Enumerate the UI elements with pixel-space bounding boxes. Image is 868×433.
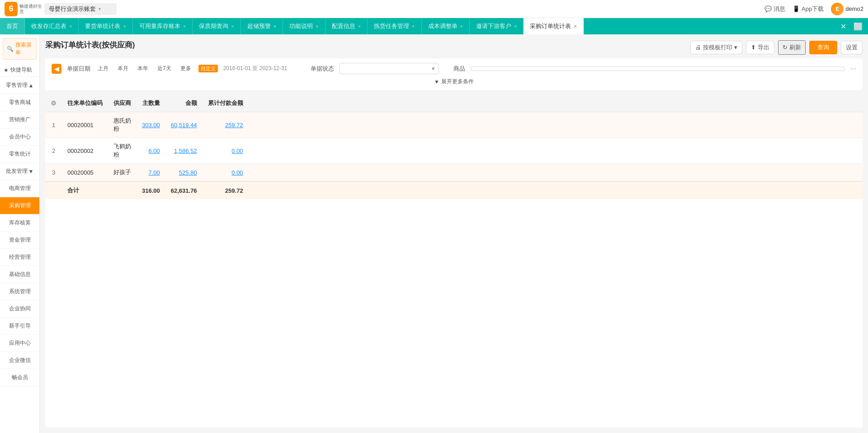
close-icon[interactable]: ×	[514, 24, 517, 29]
tab-caigou-active[interactable]: 采购订单统计表 ×	[524, 18, 583, 34]
sidebar-item-retail[interactable]: 零售管理 ▲	[0, 77, 39, 94]
row-supplier: 惠氏奶粉	[108, 112, 137, 138]
filter-toggle-btn[interactable]: ◀	[52, 64, 61, 74]
nav-tab-end: ✕ ⬜	[839, 20, 868, 33]
data-table: ⚙ 往来单位编码 供应商 主数量 金额	[45, 95, 863, 199]
row-quantity[interactable]: 303.00	[137, 112, 165, 138]
settings-btn[interactable]: 设置	[841, 41, 863, 54]
filter-dots[interactable]: ···	[850, 65, 856, 73]
row-amount[interactable]: 1,586.52	[165, 138, 203, 164]
row-paid[interactable]: 0.00	[203, 164, 249, 182]
date-shortcut-this-year[interactable]: 本年	[136, 64, 150, 73]
sidebar-item-guide[interactable]: 新手引导	[0, 318, 39, 335]
query-btn[interactable]: 查询	[809, 41, 837, 54]
action-btns: 🖨 按模板打印 ▾ ⬆ 导出 ↻ 刷新 查询 设置	[690, 40, 863, 55]
close-icon[interactable]: ×	[231, 24, 234, 29]
close-icon[interactable]: ×	[123, 24, 126, 29]
row-index: 1	[45, 112, 62, 138]
print-icon: 🖨	[695, 44, 701, 51]
close-icon[interactable]: ×	[183, 24, 186, 29]
tab-peizhi[interactable]: 配置信息 ×	[326, 18, 368, 34]
goods-input[interactable]	[471, 67, 845, 71]
tab-home[interactable]: 首页	[0, 18, 25, 34]
sidebar-item-system[interactable]: 系统管理	[0, 283, 39, 300]
app-download-btn[interactable]: 📱 App下载	[793, 5, 824, 13]
sidebar-item-purchase[interactable]: 采购管理	[0, 197, 39, 214]
close-icon[interactable]: ×	[358, 24, 361, 29]
tab-yaoqing[interactable]: 邀请下游客户 ×	[470, 18, 524, 34]
content-area: 采购订单统计表(按供应商) 🖨 按模板打印 ▾ ⬆ 导出 ↻ 刷新 查询	[40, 34, 868, 433]
sidebar-item-ecommerce[interactable]: 电商管理	[0, 180, 39, 197]
footer-extra	[249, 181, 863, 199]
export-btn[interactable]: ⬆ 导出	[746, 41, 774, 54]
close-all-btn[interactable]: ✕	[839, 20, 848, 33]
row-quantity[interactable]: 6.00	[137, 138, 165, 164]
sidebar-item-member[interactable]: 会员中心	[0, 128, 39, 146]
row-quantity[interactable]: 7.00	[137, 164, 165, 182]
tab-gongneng[interactable]: 功能说明 ×	[283, 18, 325, 34]
content-header: 采购订单统计表(按供应商) 🖨 按模板打印 ▾ ⬆ 导出 ↻ 刷新 查询	[45, 40, 863, 55]
tab-shoufacun[interactable]: 收发存汇总表 ×	[25, 18, 79, 34]
maximize-btn[interactable]: ⬜	[852, 20, 864, 33]
date-shortcut-more[interactable]: 更多	[179, 64, 193, 73]
table-footer-row: 合计 316.00 62,631.76 259.72	[45, 181, 863, 199]
print-dropdown-icon: ▾	[734, 44, 737, 51]
table-row: 2 00020002 飞鹤奶粉 6.00 1,586.52 0.00	[45, 138, 863, 164]
footer-label: 合计	[62, 181, 137, 199]
workspace-name: 母婴行业演示账套	[49, 5, 96, 13]
close-icon[interactable]: ×	[412, 24, 415, 29]
user-area[interactable]: E demo2	[831, 3, 863, 15]
sidebar-item-finance[interactable]: 资金管理	[0, 232, 39, 249]
col-paid: 累计付款金额	[203, 95, 249, 112]
sidebar-item-operation[interactable]: 经营管理	[0, 249, 39, 266]
sidebar-item-inventory[interactable]: 库存核算	[0, 214, 39, 232]
workspace-selector[interactable]: 母婴行业演示账套 ▾	[44, 3, 117, 15]
sidebar-wechat-label: 企业微信	[9, 357, 31, 363]
close-icon[interactable]: ×	[274, 24, 276, 29]
tab-baozhi[interactable]: 保质期查询 ×	[193, 18, 241, 34]
expand-more-btn[interactable]: ▼ 展开更多条件	[434, 78, 474, 86]
date-shortcut-last-month[interactable]: 上月	[96, 64, 110, 73]
tab-chengben[interactable]: 成本调整单 ×	[422, 18, 470, 34]
tab-chaochu[interactable]: 超储预警 ×	[241, 18, 283, 34]
print-btn[interactable]: 🖨 按模板打印 ▾	[690, 41, 742, 54]
close-icon[interactable]: ×	[574, 24, 576, 29]
tab-keyongliang[interactable]: 可用量库存账本 ×	[133, 18, 193, 34]
close-icon[interactable]: ×	[316, 24, 318, 29]
search-icon: 🔍	[7, 46, 14, 52]
row-paid[interactable]: 259.72	[203, 112, 249, 138]
sidebar-item-apps[interactable]: 应用中心	[0, 335, 39, 352]
expand-icon: ▼	[434, 79, 439, 85]
sidebar-item-collab[interactable]: 企业协同	[0, 300, 39, 318]
search-menu-btn[interactable]: 🔍 搜索菜单	[3, 38, 37, 60]
sidebar-marketing-label: 营销推广	[9, 116, 31, 123]
sidebar-guide-label: 新手引导	[9, 323, 31, 329]
sidebar-item-member2[interactable]: 畅会员	[0, 369, 39, 386]
col-extra	[249, 95, 863, 112]
sidebar-item-retail-stats[interactable]: 零售统计	[0, 146, 39, 163]
sidebar-item-wholesale[interactable]: 批发管理 ▼	[0, 163, 39, 180]
row-amount[interactable]: 60,519.44	[165, 112, 203, 138]
status-select[interactable]: ▾	[340, 63, 439, 74]
column-settings-icon: ⚙	[51, 100, 57, 107]
date-shortcut-7days[interactable]: 近7天	[156, 64, 173, 73]
close-icon[interactable]: ×	[69, 24, 72, 29]
col-gear[interactable]: ⚙	[45, 95, 62, 112]
row-amount[interactable]: 525.80	[165, 164, 203, 182]
date-shortcut-this-month[interactable]: 本月	[116, 64, 130, 73]
refresh-btn[interactable]: ↻ 刷新	[778, 40, 806, 55]
row-paid[interactable]: 0.00	[203, 138, 249, 164]
close-icon[interactable]: ×	[460, 24, 463, 29]
sidebar-item-basic[interactable]: 基础信息	[0, 266, 39, 283]
message-btn[interactable]: 💬 消息	[764, 5, 785, 13]
quick-nav-btn[interactable]: ★ 快捷导航	[0, 63, 39, 77]
sidebar-item-wechat[interactable]: 企业微信	[0, 352, 39, 369]
sidebar-item-retail-mall[interactable]: 零售商城	[0, 94, 39, 111]
sidebar-item-marketing[interactable]: 营销推广	[0, 111, 39, 128]
date-custom-badge[interactable]: 自定义	[198, 65, 218, 72]
sidebar-ecommerce-label: 电商管理	[9, 185, 31, 191]
main-layout: 🔍 搜索菜单 ★ 快捷导航 零售管理 ▲ 零售商城 营销推广 会员中心 零售统计…	[0, 34, 868, 433]
sidebar-apps-label: 应用中心	[9, 340, 31, 346]
tab-jianhuo[interactable]: 拣货任务管理 ×	[368, 18, 421, 34]
tab-yaohuo[interactable]: 要货单统计表 ×	[79, 18, 132, 34]
